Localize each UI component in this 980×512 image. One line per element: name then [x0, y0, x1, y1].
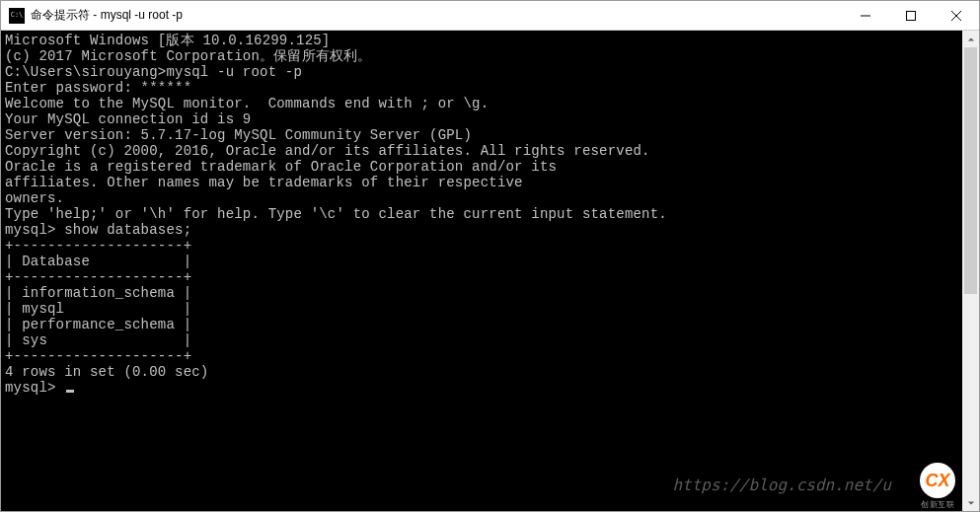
svg-rect-1: [907, 11, 916, 20]
command-prompt-window: 命令提示符 - mysql -u root -p Microsoft Windo…: [0, 0, 980, 512]
terminal-line: (c) 2017 Microsoft Corporation。保留所有权利。: [5, 48, 958, 64]
titlebar[interactable]: 命令提示符 - mysql -u root -p: [1, 1, 979, 31]
terminal-line: Oracle is a registered trademark of Orac…: [5, 159, 958, 175]
terminal-line: | performance_schema |: [5, 317, 958, 332]
terminal-line: 4 rows in set (0.00 sec): [5, 364, 958, 380]
terminal-line: Type 'help;' or '\h' for help. Type '\c'…: [5, 206, 958, 222]
terminal-area: Microsoft Windows [版本 10.0.16299.125](c)…: [1, 31, 979, 511]
terminal-line: mysql> show databases;: [5, 222, 958, 238]
vertical-scrollbar[interactable]: [962, 31, 979, 511]
terminal-line: Microsoft Windows [版本 10.0.16299.125]: [5, 33, 958, 48]
minimize-icon: [861, 11, 870, 21]
scroll-down-button[interactable]: [962, 494, 979, 511]
scrollbar-track[interactable]: [962, 47, 979, 494]
window-title: 命令提示符 - mysql -u root -p: [31, 7, 843, 24]
maximize-icon: [906, 11, 916, 21]
terminal-line: Welcome to the MySQL monitor. Commands e…: [5, 96, 958, 111]
app-icon: [9, 8, 25, 24]
chevron-down-icon: [967, 499, 975, 507]
terminal-line: | sys |: [5, 332, 958, 348]
terminal-line: mysql>: [5, 380, 958, 396]
window-controls: [843, 1, 979, 30]
terminal-line: Your MySQL connection id is 9: [5, 111, 958, 127]
terminal-line: Enter password: ******: [5, 80, 958, 96]
terminal-line: +--------------------+: [5, 269, 958, 285]
terminal-line: +--------------------+: [5, 348, 958, 364]
terminal-line: +--------------------+: [5, 238, 958, 254]
chevron-up-icon: [967, 36, 975, 43]
scroll-up-button[interactable]: [962, 31, 979, 47]
scrollbar-thumb[interactable]: [964, 47, 977, 294]
terminal-line: Server version: 5.7.17-log MySQL Communi…: [5, 127, 958, 143]
svg-rect-0: [861, 15, 870, 16]
minimize-button[interactable]: [843, 1, 888, 30]
terminal-line: | mysql |: [5, 301, 958, 317]
terminal-line: Copyright (c) 2000, 2016, Oracle and/or …: [5, 143, 958, 159]
terminal-line: C:\Users\sirouyang>mysql -u root -p: [5, 64, 958, 80]
terminal-line: owners.: [5, 190, 958, 206]
terminal-line: affiliates. Other names may be trademark…: [5, 175, 958, 190]
terminal-line: | Database |: [5, 254, 958, 269]
terminal-output[interactable]: Microsoft Windows [版本 10.0.16299.125](c)…: [1, 31, 962, 511]
terminal-line: | information_schema |: [5, 285, 958, 301]
close-icon: [951, 11, 961, 21]
maximize-button[interactable]: [888, 1, 934, 30]
close-button[interactable]: [934, 1, 979, 30]
cursor: [66, 390, 74, 393]
